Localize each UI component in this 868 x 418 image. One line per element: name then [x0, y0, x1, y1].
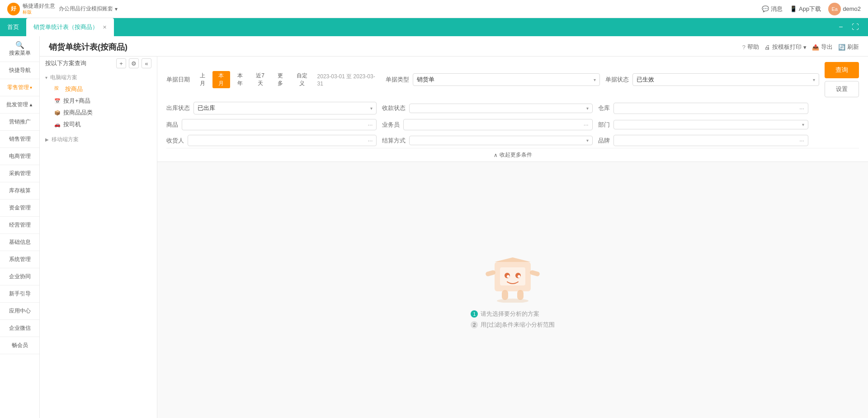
settings-button[interactable]: 设置	[825, 81, 859, 97]
tab-close-icon[interactable]: ✕	[103, 24, 107, 30]
left-panel-title: 按以下方案查询	[45, 59, 86, 67]
sidebar-item-purchase[interactable]: 采购管理	[0, 165, 39, 182]
sidebar: 🔍 搜索菜单 快捷导航 零售管理▾ 批发管理▲ 营销推广 销售管理 电商管理 采…	[0, 36, 40, 418]
sidebar-item-finance[interactable]: 资金管理	[0, 200, 39, 217]
sidebar-item-inventory[interactable]: 库存核算	[0, 182, 39, 200]
sidebar-item-enterprise[interactable]: 企业协同	[0, 268, 39, 285]
template-print-button[interactable]: 🖨 按模板打印 ▾	[764, 43, 807, 51]
staff-input[interactable]: ···	[403, 119, 592, 130]
payment-status-arrow: ▾	[586, 106, 589, 111]
product-input[interactable]: ···	[182, 119, 377, 130]
tab-minimize-button[interactable]: −	[835, 22, 846, 33]
date-btn-last-month[interactable]: 上月	[193, 71, 212, 88]
filter-panel: 单据日期 上月 本月 本年 近7天 更多 自定义 2023-03-01 至 20…	[157, 57, 868, 162]
sidebar-item-marketing[interactable]: 营销推广	[0, 114, 39, 131]
edit-scheme-button[interactable]: ⚙	[129, 58, 139, 68]
export-button[interactable]: 📤 导出	[812, 43, 833, 51]
avatar: Ea	[828, 3, 841, 15]
main-content: 1 请先选择要分析的方案 2 用[过滤]条件来缩小分析范围	[157, 162, 868, 418]
date-btn-this-year[interactable]: 本年	[231, 71, 249, 88]
filter-row-2: 出库状态 已出库 ▾ 收款状态 ▾	[166, 102, 859, 114]
empty-svg	[481, 248, 544, 303]
sidebar-item-basic[interactable]: 基础信息	[0, 234, 39, 251]
storage-label: 仓库	[598, 104, 610, 112]
status-label: 单据状态	[605, 76, 629, 84]
tree-item-by-product[interactable]: 按 按商品	[40, 83, 157, 95]
sidebar-item-member[interactable]: 畅会员	[0, 337, 39, 354]
left-panel-actions: + ⚙ «	[116, 58, 151, 68]
sidebar-item-search[interactable]: 🔍 搜索菜单	[0, 36, 39, 62]
tree-mobile-section[interactable]: ▶ 移动端方案	[40, 134, 157, 145]
sidebar-item-retail[interactable]: 零售管理▾	[0, 79, 39, 96]
receiver-input[interactable]: ···	[188, 135, 377, 146]
product-dots-icon[interactable]: ···	[368, 121, 373, 128]
date-btn-7days[interactable]: 近7天	[250, 71, 271, 88]
sidebar-item-wechat[interactable]: 企业微信	[0, 320, 39, 337]
tree-item-by-printer[interactable]: 🚗 按司机	[40, 119, 157, 130]
collapse-label: 收起更多条件	[500, 151, 532, 159]
messages-button[interactable]: 💬 消息	[762, 5, 783, 13]
breadcrumb-text: 办公用品行业模拟账套	[59, 5, 113, 13]
sidebar-item-quicknav[interactable]: 快捷导航	[0, 62, 39, 79]
sidebar-item-system[interactable]: 系统管理	[0, 251, 39, 268]
warehouse-status-label: 出库状态	[166, 104, 190, 112]
storage-dots-icon[interactable]: ···	[799, 105, 804, 112]
sidebar-item-sales[interactable]: 销售管理	[0, 131, 39, 148]
sidebar-item-appcenter[interactable]: 应用中心	[0, 303, 39, 320]
tab-expand-button[interactable]: ⛶	[850, 22, 861, 33]
date-btn-custom[interactable]: 自定义	[290, 71, 313, 88]
brand-label: 品牌	[598, 137, 610, 145]
refresh-button[interactable]: 🔄 刷新	[838, 43, 859, 51]
collapse-panel-button[interactable]: «	[142, 58, 151, 68]
sidebar-item-ecommerce[interactable]: 电商管理	[0, 148, 39, 165]
staff-dots-icon[interactable]: ···	[584, 121, 589, 128]
collapse-bar[interactable]: ∧ 收起更多条件	[166, 148, 859, 162]
brand-input[interactable]: ···	[613, 135, 808, 146]
page-header: 销货单统计表(按商品) ? 帮助 🖨 按模板打印 ▾ 📤 导出 🔄 刷新	[40, 36, 868, 57]
help-button[interactable]: ? 帮助	[742, 43, 759, 51]
payment-method-select[interactable]: ▾	[409, 136, 592, 145]
tree-item-by-product-category[interactable]: 📦 按商品品类	[40, 107, 157, 119]
breadcrumb-arrow: ▾	[115, 6, 118, 12]
date-btn-more[interactable]: 更多	[272, 71, 290, 88]
tree-desktop-arrow: ▾	[45, 75, 47, 80]
filter-row-3: 商品 ··· 业务员 ···	[166, 119, 859, 130]
sidebar-item-newbie[interactable]: 新手引导	[0, 285, 39, 303]
step2-text: 用[过滤]条件来缩小分析范围	[481, 321, 554, 329]
receiver-dots-icon[interactable]: ···	[368, 137, 373, 144]
sidebar-item-operations[interactable]: 经营管理	[0, 217, 39, 234]
message-icon: 💬	[762, 5, 769, 12]
top-bar-right: 💬 消息 📱 App下载 Ea demo2	[762, 3, 861, 15]
app-download-button[interactable]: 📱 App下载	[790, 5, 821, 13]
status-select[interactable]: 已生效 ▾	[632, 73, 819, 86]
tab-home[interactable]: 首页	[0, 18, 26, 36]
logo-area: 好 畅捷通好生意 标版	[7, 3, 55, 15]
user-area[interactable]: Ea demo2	[828, 3, 861, 15]
filter-brand-group: 品牌 ···	[598, 135, 808, 146]
warehouse-status-select[interactable]: 已出库 ▾	[193, 102, 377, 114]
filter-row-4: 收货人 ··· 结算方式 ▾	[166, 135, 859, 146]
payment-status-select[interactable]: ▾	[409, 104, 592, 113]
payment-method-arrow: ▾	[586, 138, 589, 143]
sidebar-item-wholesale[interactable]: 批发管理▲	[0, 96, 39, 114]
status-value: 已生效	[637, 76, 654, 84]
tree-mobile-label: 移动端方案	[52, 136, 79, 143]
filter-dept-group: 部门 ▾	[598, 120, 808, 129]
type-select[interactable]: 销货单 ▾	[413, 73, 599, 86]
app-download-icon: 📱	[790, 5, 797, 12]
brand-dots-icon[interactable]: ···	[799, 137, 804, 144]
tab-report[interactable]: 销货单统计表（按商品） ✕	[26, 18, 114, 36]
tree-icon-printer: 🚗	[54, 121, 61, 128]
dept-select[interactable]: ▾	[613, 120, 808, 129]
svg-point-4	[507, 275, 509, 278]
date-btn-this-month[interactable]: 本月	[212, 71, 231, 88]
storage-input[interactable]: ···	[613, 103, 808, 114]
top-bar: 好 畅捷通好生意 标版 办公用品行业模拟账套 ▾ 💬 消息 📱 App下载 Ea…	[0, 0, 868, 18]
query-button[interactable]: 查询	[825, 62, 859, 78]
right-section: 单据日期 上月 本月 本年 近7天 更多 自定义 2023-03-01 至 20…	[157, 57, 868, 418]
action-buttons: 查询 设置	[825, 62, 859, 97]
tree-desktop-section[interactable]: ▾ 电脑端方案	[40, 72, 157, 83]
filter-type-group: 单据类型 销货单 ▾	[386, 73, 599, 86]
add-scheme-button[interactable]: +	[116, 58, 126, 68]
tree-item-by-month-product[interactable]: 📅 按月+商品	[40, 95, 157, 107]
